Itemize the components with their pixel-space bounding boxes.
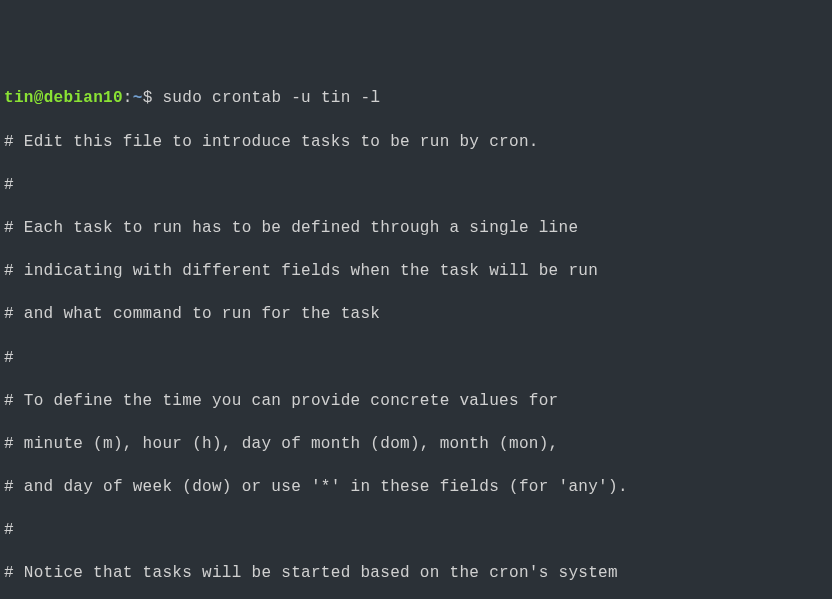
- output-line: # To define the time you can provide con…: [4, 391, 828, 413]
- output-line: # and what command to run for the task: [4, 304, 828, 326]
- output-line: #: [4, 348, 828, 370]
- prompt-user: tin: [4, 89, 34, 107]
- output-line: # indicating with different fields when …: [4, 261, 828, 283]
- output-line: # Edit this file to introduce tasks to b…: [4, 132, 828, 154]
- output-line: # Each task to run has to be defined thr…: [4, 218, 828, 240]
- prompt-symbol: $: [143, 89, 163, 107]
- output-line: # and day of week (dow) or use '*' in th…: [4, 477, 828, 499]
- output-line: # minute (m), hour (h), day of month (do…: [4, 434, 828, 456]
- output-line: #: [4, 520, 828, 542]
- prompt-line: tin@debian10:~$ sudo crontab -u tin -l: [4, 88, 828, 110]
- prompt-colon: :: [123, 89, 133, 107]
- prompt-path: ~: [133, 89, 143, 107]
- prompt-at: @: [34, 89, 44, 107]
- prompt-host: debian10: [44, 89, 123, 107]
- output-line: # Notice that tasks will be started base…: [4, 563, 828, 585]
- terminal[interactable]: tin@debian10:~$ sudo crontab -u tin -l #…: [4, 88, 828, 599]
- output-line: #: [4, 175, 828, 197]
- command-text: sudo crontab -u tin -l: [162, 89, 380, 107]
